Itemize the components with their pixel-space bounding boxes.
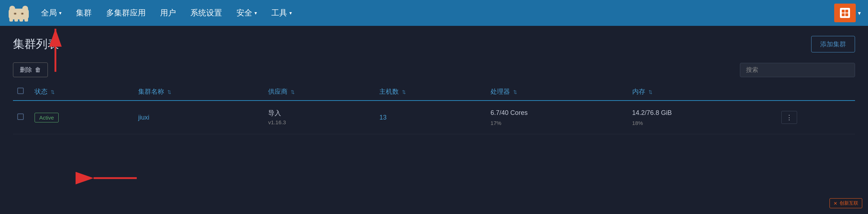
nav-item-系统设置[interactable]: 系统设置: [183, 5, 229, 20]
col-actions: [776, 83, 855, 101]
host-count[interactable]: 13: [379, 114, 386, 121]
trash-icon: 🗑: [35, 66, 41, 74]
sort-status-icon[interactable]: ⇅: [51, 89, 55, 95]
delete-button[interactable]: 删除 🗑: [13, 62, 48, 77]
table-body: Active jiuxi 导入 v1.16.3 13 6.7/40 Cores …: [13, 101, 855, 134]
nav-item-多集群应用[interactable]: 多集群应用: [99, 5, 153, 20]
svg-point-2: [22, 6, 28, 11]
search-input[interactable]: [740, 63, 855, 77]
svg-point-6: [22, 13, 23, 14]
user-avatar-button[interactable]: [834, 4, 856, 22]
action-cell: ⋮: [776, 101, 855, 134]
chevron-down-icon: ▾: [254, 10, 257, 16]
sort-name-icon[interactable]: ⇅: [167, 89, 171, 95]
svg-point-1: [9, 6, 15, 11]
add-cluster-button[interactable]: 添加集群: [811, 36, 855, 52]
status-cell: Active: [29, 101, 132, 134]
svg-rect-14: [842, 13, 845, 16]
provider-version: v1.16.3: [268, 118, 368, 127]
sort-cpu-icon[interactable]: ⇅: [513, 89, 517, 95]
svg-rect-12: [842, 10, 845, 13]
svg-point-5: [15, 13, 16, 14]
svg-rect-10: [19, 18, 23, 22]
mem-cell: 14.2/76.8 GiB 18%: [627, 101, 776, 134]
svg-rect-13: [845, 10, 848, 13]
nav-item-安全[interactable]: 安全▾: [229, 5, 264, 20]
sort-mem-icon[interactable]: ⇅: [648, 89, 652, 95]
cluster-name-link[interactable]: jiuxi: [138, 114, 149, 121]
row-action-button[interactable]: ⋮: [781, 111, 797, 124]
col-cluster-name: 集群名称 ⇅: [132, 83, 262, 101]
mem-percent: 18%: [632, 118, 770, 128]
name-cell: jiuxi: [132, 101, 262, 134]
sort-provider-icon[interactable]: ⇅: [291, 89, 295, 95]
svg-rect-8: [24, 18, 28, 22]
watermark-icon: ✕: [833, 201, 837, 206]
nav-item-用户[interactable]: 用户: [153, 5, 183, 20]
cluster-table: 状态 ⇅ 集群名称 ⇅ 供应商 ⇅ 主机数 ⇅ 处理器 ⇅: [13, 83, 855, 134]
provider-name: 导入: [268, 108, 368, 118]
table-row: Active jiuxi 导入 v1.16.3 13 6.7/40 Cores …: [13, 101, 855, 134]
navbar-right: ▾: [834, 4, 861, 22]
col-hosts: 主机数 ⇅: [374, 83, 485, 101]
navbar: 全局▾集群多集群应用用户系统设置安全▾工具▾ ▾: [0, 0, 868, 26]
cpu-cell: 6.7/40 Cores 17%: [485, 101, 627, 134]
col-cpu: 处理器 ⇅: [485, 83, 627, 101]
chevron-down-icon: ▾: [59, 10, 62, 16]
logo[interactable]: [7, 4, 30, 22]
cpu-percent: 17%: [490, 118, 621, 128]
page-header: 集群列表 添加集群: [13, 36, 855, 52]
svg-rect-11: [840, 8, 850, 18]
svg-rect-15: [845, 13, 848, 16]
col-provider: 供应商 ⇅: [262, 83, 374, 101]
select-all-header: [13, 83, 29, 101]
nav-item-全局[interactable]: 全局▾: [34, 5, 69, 20]
user-menu-chevron[interactable]: ▾: [856, 10, 861, 17]
select-all-checkbox[interactable]: [17, 88, 24, 94]
row-checkbox-cell: [13, 101, 29, 134]
provider-cell: 导入 v1.16.3: [262, 101, 374, 134]
host-count-cell: 13: [374, 101, 485, 134]
nav-items: 全局▾集群多集群应用用户系统设置安全▾工具▾: [34, 5, 834, 20]
watermark: ✕ 创新互联: [829, 198, 862, 208]
chevron-down-icon: ▾: [289, 10, 292, 16]
nav-item-工具[interactable]: 工具▾: [264, 5, 299, 20]
row-checkbox[interactable]: [17, 113, 24, 120]
svg-rect-7: [9, 18, 13, 22]
nav-item-集群[interactable]: 集群: [69, 5, 99, 20]
cpu-cores: 6.7/40 Cores: [490, 107, 621, 118]
page-content: 集群列表 添加集群 删除 🗑 状态 ⇅ 集群名称 ⇅: [0, 26, 868, 144]
status-badge: Active: [35, 113, 59, 122]
col-mem: 内存 ⇅: [627, 83, 776, 101]
toolbar: 删除 🗑: [13, 62, 855, 77]
col-status: 状态 ⇅: [29, 83, 132, 101]
table-header: 状态 ⇅ 集群名称 ⇅ 供应商 ⇅ 主机数 ⇅ 处理器 ⇅: [13, 83, 855, 101]
page-title: 集群列表: [13, 36, 59, 52]
mem-total: 14.2/76.8 GiB: [632, 107, 770, 118]
svg-rect-9: [14, 18, 18, 22]
sort-hosts-icon[interactable]: ⇅: [402, 89, 406, 95]
